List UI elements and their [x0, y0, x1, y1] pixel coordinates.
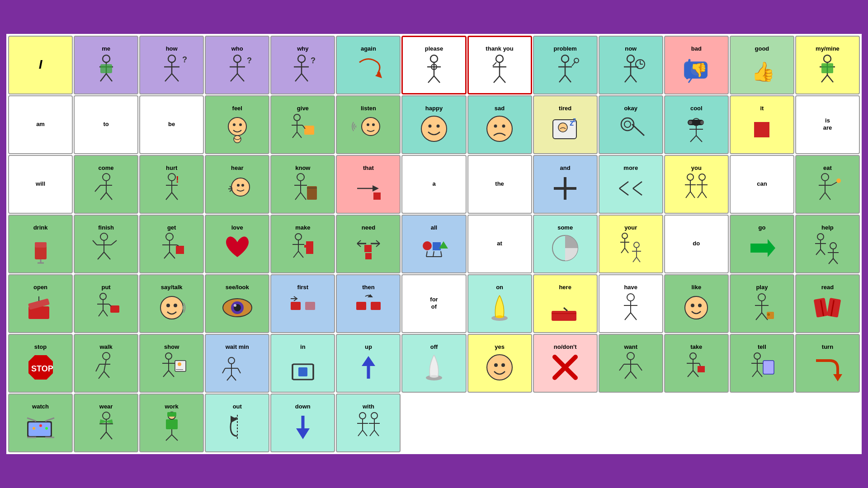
cell-that[interactable]: that — [336, 155, 401, 214]
cell-feel[interactable]: feel — [205, 95, 269, 154]
cell-a[interactable]: a — [401, 155, 466, 214]
work-icon — [156, 411, 188, 443]
svg-marker-289 — [362, 356, 375, 366]
svg-point-18 — [298, 55, 305, 62]
cell-like[interactable]: like — [664, 274, 729, 333]
cell-watch[interactable]: watch — [8, 394, 73, 452]
cell-it-label: it — [760, 105, 764, 112]
cell-on[interactable]: on — [467, 274, 532, 333]
cell-forof[interactable]: forof — [401, 274, 466, 333]
cell-it[interactable]: it — [730, 95, 794, 154]
walk-icon — [90, 352, 122, 383]
cell-put[interactable]: put — [74, 274, 138, 333]
cell-how[interactable]: how ? — [139, 36, 204, 94]
svg-point-69 — [294, 114, 300, 121]
cell-who[interactable]: who ? — [205, 36, 269, 94]
cell-eat[interactable]: eat — [795, 155, 860, 214]
cell-eat-label: eat — [823, 164, 832, 172]
cell-stop[interactable]: stop STOP — [8, 334, 73, 393]
cell-help[interactable]: help — [795, 215, 860, 273]
cell-why[interactable]: why ? — [270, 36, 335, 94]
cell-the[interactable]: the — [467, 155, 532, 214]
svg-point-114 — [237, 184, 240, 187]
cell-waitmin[interactable]: wait min — [205, 334, 269, 393]
cell-then[interactable]: then — [336, 274, 401, 333]
watch-icon — [25, 411, 57, 443]
cell-at[interactable]: at — [467, 215, 532, 273]
cell-okay[interactable]: okay — [599, 95, 663, 154]
cell-read[interactable]: read — [795, 274, 860, 333]
cell-hear[interactable]: hear — [205, 155, 269, 214]
svg-point-320 — [33, 427, 35, 430]
cell-need[interactable]: need — [336, 215, 401, 273]
cell-bad[interactable]: bad 👎 — [664, 36, 729, 94]
cell-take[interactable]: take — [664, 334, 729, 393]
cell-sad[interactable]: sad — [467, 95, 532, 154]
cell-give[interactable]: give — [270, 95, 335, 154]
svg-line-104 — [100, 192, 106, 200]
cell-get[interactable]: get — [139, 215, 204, 273]
cell-have[interactable]: have — [599, 274, 663, 333]
cell-me[interactable]: me — [74, 36, 138, 94]
cell-be[interactable]: be — [139, 95, 204, 154]
cell-saytalk[interactable]: say/talk — [139, 274, 204, 333]
cell-first[interactable]: first — [270, 274, 335, 333]
svg-marker-340 — [231, 416, 237, 423]
cell-all[interactable]: all — [401, 215, 466, 273]
cell-in[interactable]: in — [270, 334, 335, 393]
cell-why-label: why — [297, 45, 308, 52]
cell-thankyou[interactable]: thank you — [467, 36, 532, 94]
cell-off[interactable]: off — [401, 334, 466, 393]
cell-more[interactable]: more — [599, 155, 663, 214]
cell-tired[interactable]: tired z z — [533, 95, 598, 154]
cell-am[interactable]: am — [8, 95, 73, 154]
cell-love[interactable]: love — [205, 215, 269, 273]
cell-open[interactable]: open — [8, 274, 73, 333]
svg-point-95 — [700, 121, 704, 124]
cell-tell[interactable]: tell — [730, 334, 794, 393]
cell-come[interactable]: come — [74, 155, 138, 214]
cell-listen[interactable]: listen — [336, 95, 401, 154]
cell-hurt[interactable]: hurt ! — [139, 155, 204, 214]
cell-wear[interactable]: wear — [74, 394, 138, 452]
cell-please[interactable]: please — [401, 36, 466, 94]
cell-up[interactable]: up — [336, 334, 401, 393]
cell-show[interactable]: show — [139, 334, 204, 393]
cell-work[interactable]: work — [139, 394, 204, 452]
cell-make[interactable]: make — [270, 215, 335, 273]
cell-turn[interactable]: turn — [795, 334, 860, 393]
cell-will[interactable]: will — [8, 155, 73, 214]
cell-your[interactable]: your — [599, 215, 663, 273]
cell-can[interactable]: can — [730, 155, 794, 214]
cell-with[interactable]: with — [336, 394, 401, 452]
cell-now[interactable]: now — [599, 36, 663, 94]
cell-again[interactable]: again — [336, 36, 401, 94]
cell-good[interactable]: good 👍 — [730, 36, 794, 94]
cell-drink[interactable]: drink — [8, 215, 73, 273]
cell-play[interactable]: play — [730, 274, 794, 333]
cell-I[interactable]: I — [8, 36, 73, 94]
svg-rect-64 — [821, 63, 833, 73]
cell-to[interactable]: to — [74, 95, 138, 154]
cell-cool[interactable]: cool — [664, 95, 729, 154]
cell-go[interactable]: go — [730, 215, 794, 273]
cell-some[interactable]: some — [533, 215, 598, 273]
cell-do[interactable]: do — [664, 215, 729, 273]
cell-know[interactable]: know — [270, 155, 335, 214]
cell-yes[interactable]: yes — [467, 334, 532, 393]
cell-problem[interactable]: problem — [533, 36, 598, 94]
it-icon — [746, 113, 778, 145]
cell-happy[interactable]: happy — [401, 95, 466, 154]
cell-finish[interactable]: finish — [74, 215, 138, 273]
cell-here[interactable]: here — [533, 274, 598, 333]
cell-and[interactable]: and — [533, 155, 598, 214]
cell-down[interactable]: down — [270, 394, 335, 452]
cell-mymine[interactable]: my/mine — [795, 36, 860, 94]
cell-walk[interactable]: walk — [74, 334, 138, 393]
cell-isare[interactable]: isare — [795, 95, 860, 154]
cell-nodont[interactable]: no/don't — [533, 334, 598, 393]
cell-want[interactable]: want — [599, 334, 663, 393]
cell-seelook[interactable]: see/look — [205, 274, 269, 333]
cell-out[interactable]: out — [205, 394, 269, 452]
cell-you[interactable]: you — [664, 155, 729, 214]
